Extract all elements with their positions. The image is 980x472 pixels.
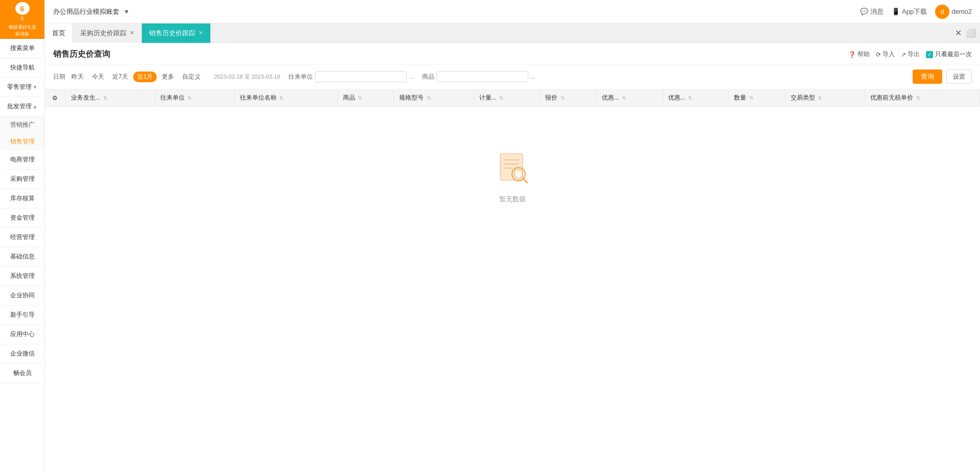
sidebar-item-retail-mgmt[interactable]: 零售管理 ▼ [0,78,44,97]
goods-label: 商品 [422,73,434,81]
settings-button[interactable]: 设置 [946,69,972,84]
date-btn-custom[interactable]: 自定义 [179,72,204,82]
close-tab-button[interactable]: ✕ [955,28,962,38]
sort-icon: ⇅ [358,95,362,101]
search-button[interactable]: 查询 [913,69,942,84]
only-last-checkbox[interactable]: ✓ 只看最后一次 [926,50,972,59]
partner-label: 往来单位 [288,73,313,81]
tab-sales-history[interactable]: 销售历史价跟踪 ✕ [142,23,211,43]
workspace-dropdown[interactable]: ▼ [124,8,130,15]
empty-state: 暂无数据 [45,107,980,245]
page-title: 销售历史价查询 [53,49,110,60]
import-icon: ⟳ [876,51,881,58]
sidebar-item-finance-mgmt[interactable]: 资金管理 [0,208,44,228]
sidebar-item-inventory[interactable]: 库存核算 [0,189,44,208]
partner-filter-group: 往来单位 ... [288,71,414,82]
tab-purchase-history[interactable]: 采购历史价跟踪 ✕ [73,23,142,43]
chevron-down-icon: ▼ [124,8,130,15]
sort-icon: ⇅ [427,95,431,101]
export-icon: ↗ [901,51,906,58]
message-button[interactable]: 💬 消息 [860,7,884,16]
sidebar-item-wholesale-mgmt[interactable]: 批发管理 ▲ [0,97,44,116]
purchase-history-tab-label: 采购历史价跟踪 [80,29,127,38]
table-container: ⚙ 业务发生... ⇅ 往来单位 ⇅ 往来单位名称 ⇅ [45,89,980,472]
sales-history-tab-label: 销售历史价跟踪 [149,29,195,38]
table-col-price[interactable]: 报价 ⇅ [540,89,597,107]
sort-icon: ⇅ [499,95,503,101]
goods-ellipsis-btn[interactable]: ... [530,73,535,80]
table-col-unit[interactable]: 计量... ⇅ [474,89,540,107]
sidebar-item-marketing[interactable]: 营销推广 [0,116,44,133]
sidebar-item-vip-member[interactable]: 畅会员 [0,364,44,383]
main-area: 办公用品行业模拟账套 ▼ 💬 消息 📱 App下载 d demo2 [45,0,980,472]
sidebar-item-app-center[interactable]: 应用中心 [0,325,44,344]
message-icon: 💬 [860,8,868,15]
table-col-discount1[interactable]: 优惠... ⇅ [597,89,663,107]
goods-input[interactable] [436,71,528,82]
table-col-partner-name[interactable]: 往来单位名称 ⇅ [234,89,337,107]
sort-icon: ⇅ [818,95,822,101]
app-download-button[interactable]: 📱 App下载 [892,7,927,16]
svg-point-7 [516,171,518,174]
sidebar-item-ops-mgmt[interactable]: 经营管理 [0,228,44,247]
table-col-trade-type[interactable]: 交易类型 ⇅ [786,89,865,107]
app-logo: 6 6 [0,0,44,23]
table-col-spec[interactable]: 规格型号 ⇅ [394,89,474,107]
sidebar-item-ecommerce-mgmt[interactable]: 电商管理 [0,150,44,170]
sidebar-item-basic-info[interactable]: 基础信息 [0,247,44,267]
app-name: 畅捷通好生意 [2,25,42,31]
empty-icon [492,148,533,188]
table-col-partner-code[interactable]: 往来单位 ⇅ [155,89,234,107]
table-col-discount2[interactable]: 优惠... ⇅ [663,89,729,107]
download-icon: 📱 [892,8,900,15]
close-sales-history-tab[interactable]: ✕ [199,30,203,36]
date-btn-7days[interactable]: 近7天 [109,72,131,82]
help-icon: ❓ [848,51,856,58]
sidebar-item-sys-mgmt[interactable]: 系统管理 [0,267,44,286]
import-button[interactable]: ⟳ 导入 [876,50,895,59]
logo-text: 6 [21,16,24,21]
workspace-title: 办公用品行业模拟账套 [53,7,119,16]
date-buttons: 昨天 今天 近7天 近1月 更多 自定义 [68,72,204,82]
maximize-tab-button[interactable]: ⬜ [966,28,976,38]
logo-icon: 6 [15,2,30,15]
table-col-biz-date[interactable]: 业务发生... ⇅ [65,89,155,107]
sidebar-item-new-user-guide[interactable]: 新手引导 [0,305,44,325]
date-btn-more[interactable]: 更多 [159,72,177,82]
chevron-down-icon: ▼ [33,84,38,90]
date-btn-today[interactable]: 今天 [89,72,107,82]
partner-input[interactable] [315,71,407,82]
sort-icon: ⇅ [103,95,107,101]
goods-filter-group: 商品 ... [422,71,535,82]
user-menu[interactable]: d demo2 [935,5,972,19]
sidebar-item-purchase-mgmt[interactable]: 采购管理 [0,170,44,189]
sidebar-item-search-menu[interactable]: 搜索菜单 [0,39,44,58]
partner-ellipsis-btn[interactable]: ... [409,73,414,80]
table-settings-col[interactable]: ⚙ [45,89,65,107]
sidebar-item-quick-nav[interactable]: 快捷导航 [0,58,44,78]
sort-icon: ⇅ [749,95,753,101]
date-btn-1month[interactable]: 近1月 [133,72,157,82]
date-filter-group: 日期 昨天 今天 近7天 近1月 更多 自定义 [53,72,204,82]
tab-home[interactable]: 首页 [45,23,73,43]
sort-icon: ⇅ [560,95,565,101]
avatar: d [935,5,949,19]
sidebar-item-sales-mgmt[interactable]: 销售管理 [0,133,44,150]
date-btn-yesterday[interactable]: 昨天 [68,72,87,82]
empty-text: 暂无数据 [499,195,526,204]
chevron-up-icon: ▲ [33,104,38,109]
sidebar-item-enterprise-wechat[interactable]: 企业微信 [0,344,44,364]
data-table: ⚙ 业务发生... ⇅ 往来单位 ⇅ 往来单位名称 ⇅ [45,89,980,107]
filter-bar: 日期 昨天 今天 近7天 近1月 更多 自定义 2023-02-18 至 202… [45,64,980,89]
table-col-goods[interactable]: 商品 ⇅ [337,89,394,107]
page-header: 销售历史价查询 ❓ 帮助 ⟳ 导入 ↗ 导出 ✓ 只看最后一次 [45,43,980,64]
sidebar-item-enterprise-collab[interactable]: 企业协同 [0,286,44,305]
date-label: 日期 [53,73,65,81]
help-button[interactable]: ❓ 帮助 [848,50,870,59]
filter-actions: 查询 设置 [913,69,972,84]
table-col-qty[interactable]: 数量 ⇅ [729,89,786,107]
export-button[interactable]: ↗ 导出 [901,50,920,59]
table-col-pretax-price[interactable]: 优惠前无税单价 ⇅ [865,89,980,107]
close-purchase-history-tab[interactable]: ✕ [130,30,134,36]
sort-icon: ⇅ [187,95,191,101]
